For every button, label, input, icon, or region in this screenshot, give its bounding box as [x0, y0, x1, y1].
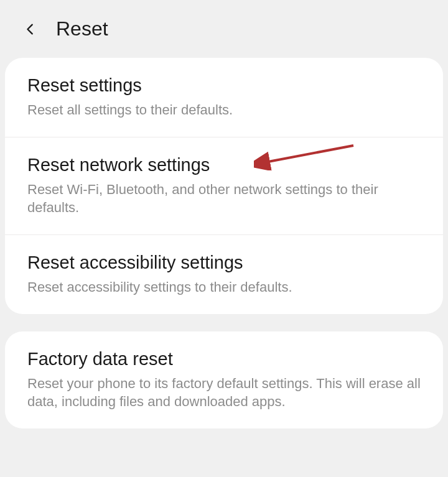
reset-settings-option[interactable]: Reset settings Reset all settings to the…: [5, 58, 443, 137]
option-title: Factory data reset: [27, 349, 421, 369]
reset-network-settings-option[interactable]: Reset network settings Reset Wi-Fi, Blue…: [5, 137, 443, 235]
factory-data-reset-option[interactable]: Factory data reset Reset your phone to i…: [5, 331, 443, 428]
option-desc: Reset accessibility settings to their de…: [27, 278, 421, 297]
option-title: Reset accessibility settings: [27, 252, 421, 273]
header: Reset: [0, 0, 448, 58]
back-icon[interactable]: [24, 22, 37, 36]
option-desc: Reset your phone to its factory default …: [27, 374, 421, 411]
factory-reset-card: Factory data reset Reset your phone to i…: [5, 331, 443, 428]
option-desc: Reset all settings to their defaults.: [27, 101, 421, 119]
option-title: Reset network settings: [27, 155, 421, 175]
page-title: Reset: [56, 17, 108, 40]
reset-accessibility-settings-option[interactable]: Reset accessibility settings Reset acces…: [5, 235, 443, 314]
option-desc: Reset Wi-Fi, Bluetooth, and other networ…: [27, 180, 421, 217]
option-title: Reset settings: [27, 75, 421, 96]
reset-options-card: Reset settings Reset all settings to the…: [5, 58, 443, 314]
